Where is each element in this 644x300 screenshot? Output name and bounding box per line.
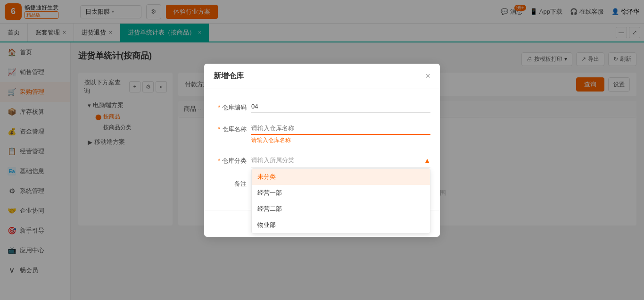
modal-overlay: 新增仓库 × 仓库编码 仓库名称 请输入仓库名称 仓库分类 bbox=[0, 0, 644, 300]
dropdown-item-dept1[interactable]: 经营一部 bbox=[252, 185, 430, 201]
category-field-wrap[interactable]: 请输入所属分类 ▲ 未分类 经营一部 经营二部 物业部 bbox=[251, 154, 430, 167]
modal-title: 新增仓库 bbox=[214, 71, 244, 81]
dropdown-item-dept2[interactable]: 经营二部 bbox=[252, 201, 430, 217]
modal-body: 仓库编码 仓库名称 请输入仓库名称 仓库分类 请输入所属分类 bbox=[204, 89, 440, 210]
dropdown-item-uncategorized[interactable]: 未分类 bbox=[252, 169, 430, 185]
code-field-wrap bbox=[251, 100, 430, 113]
form-row-category: 仓库分类 请输入所属分类 ▲ 未分类 经营一部 经营二部 物业部 bbox=[214, 154, 430, 167]
chevron-up-icon: ▲ bbox=[424, 157, 430, 164]
name-error-msg: 请输入仓库名称 bbox=[251, 136, 430, 144]
name-field-wrap: 请输入仓库名称 bbox=[251, 122, 430, 144]
modal-header: 新增仓库 × bbox=[204, 64, 440, 89]
note-label: 备注 bbox=[214, 177, 251, 188]
category-dropdown-list: 未分类 经营一部 经营二部 物业部 bbox=[251, 168, 430, 233]
form-row-code: 仓库编码 bbox=[214, 100, 430, 113]
warehouse-name-input[interactable] bbox=[251, 122, 430, 135]
name-label: 仓库名称 bbox=[214, 122, 251, 133]
modal-close-button[interactable]: × bbox=[425, 71, 430, 81]
dropdown-item-property[interactable]: 物业部 bbox=[252, 217, 430, 233]
form-row-name: 仓库名称 请输入仓库名称 bbox=[214, 122, 430, 144]
warehouse-code-input[interactable] bbox=[251, 100, 430, 113]
category-label: 仓库分类 bbox=[214, 154, 251, 165]
category-placeholder: 请输入所属分类 bbox=[251, 156, 294, 165]
category-select[interactable]: 请输入所属分类 ▲ bbox=[251, 154, 430, 167]
modal-add-warehouse: 新增仓库 × 仓库编码 仓库名称 请输入仓库名称 仓库分类 bbox=[204, 64, 440, 237]
code-label: 仓库编码 bbox=[214, 100, 251, 112]
